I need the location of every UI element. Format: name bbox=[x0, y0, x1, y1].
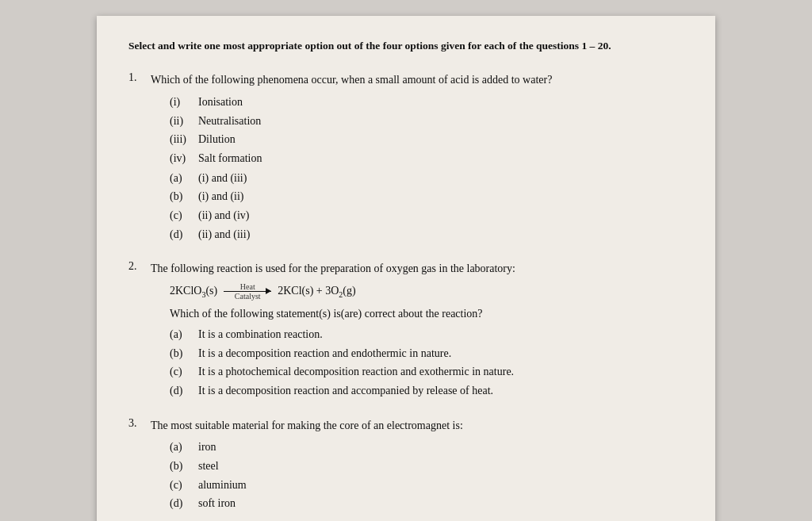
reaction-arrow: Heat Catalyst bbox=[224, 282, 271, 301]
opt-b-label: (b) bbox=[170, 345, 198, 362]
opt-a-text: (i) and (iii) bbox=[198, 170, 247, 187]
q2-sub-question: Which of the following statement(s) is(a… bbox=[170, 305, 684, 323]
opt-a-label: (a) bbox=[170, 170, 198, 187]
list-item: (i) Ionisation bbox=[170, 94, 684, 111]
opt-c-label: (c) bbox=[170, 363, 198, 381]
q2-text: The following reaction is used for the p… bbox=[151, 260, 515, 278]
opt-d-text: It is a decomposition reaction and accom… bbox=[198, 382, 493, 400]
opt-c-text: It is a photochemical decomposition reac… bbox=[198, 363, 514, 381]
instructions-text: Select and write one most appropriate op… bbox=[128, 38, 684, 54]
opt-d-text: soft iron bbox=[198, 495, 236, 512]
opt-d-label: (d) bbox=[170, 382, 198, 400]
q1-sub-options: (i) Ionisation (ii) Neutralisation (iii)… bbox=[170, 94, 684, 167]
list-item: (c) (ii) and (iv) bbox=[170, 207, 684, 224]
opt-d-text: (ii) and (iii) bbox=[198, 226, 250, 243]
question-1-block: 1. Which of the following phenomena occu… bbox=[128, 71, 684, 243]
sub-opt-text: Neutralisation bbox=[198, 113, 261, 130]
opt-a-label: (a) bbox=[170, 439, 198, 456]
question-2-block: 2. The following reaction is used for th… bbox=[128, 260, 684, 399]
opt-b-label: (b) bbox=[170, 188, 198, 205]
list-item: (c) aluminium bbox=[170, 477, 684, 494]
list-item: (iv) Salt formation bbox=[170, 150, 684, 167]
list-item: (ii) Neutralisation bbox=[170, 113, 684, 130]
opt-b-text: It is a decomposition reaction and endot… bbox=[198, 345, 451, 362]
list-item: (c) It is a photochemical decomposition … bbox=[170, 363, 684, 381]
opt-d-label: (d) bbox=[170, 226, 198, 243]
arrow-line bbox=[224, 291, 271, 292]
sub-opt-label: (ii) bbox=[170, 113, 198, 130]
list-item: (b) (i) and (ii) bbox=[170, 188, 684, 205]
q2-options: (a) It is a combination reaction. (b) It… bbox=[170, 326, 684, 400]
q1-number: 1. bbox=[128, 71, 151, 84]
q3-number: 3. bbox=[128, 417, 151, 430]
sub-opt-text: Dilution bbox=[198, 131, 236, 148]
opt-a-text: iron bbox=[198, 439, 216, 456]
reaction-left: 2KClO3(s) bbox=[170, 285, 217, 299]
sub-opt-text: Salt formation bbox=[198, 150, 262, 167]
list-item: (iii) Dilution bbox=[170, 131, 684, 148]
opt-c-text: (ii) and (iv) bbox=[198, 207, 250, 224]
opt-b-label: (b) bbox=[170, 458, 198, 475]
list-item: (a) iron bbox=[170, 439, 684, 456]
opt-a-label: (a) bbox=[170, 326, 198, 343]
q2-reaction: 2KClO3(s) Heat Catalyst 2KCl(s) + 3O2(g) bbox=[170, 282, 684, 301]
q1-options: (a) (i) and (iii) (b) (i) and (ii) (c) (… bbox=[170, 170, 684, 243]
reaction-right: 2KCl(s) + 3O2(g) bbox=[278, 285, 355, 299]
page: Select and write one most appropriate op… bbox=[97, 16, 715, 521]
list-item: (b) steel bbox=[170, 458, 684, 475]
sub-opt-label: (iv) bbox=[170, 150, 198, 167]
list-item: (b) It is a decomposition reaction and e… bbox=[170, 345, 684, 362]
q2-number: 2. bbox=[128, 260, 151, 273]
list-item: (d) It is a decomposition reaction and a… bbox=[170, 382, 684, 400]
opt-b-text: steel bbox=[198, 458, 219, 475]
sub-opt-label: (iii) bbox=[170, 131, 198, 148]
opt-b-text: (i) and (ii) bbox=[198, 188, 244, 205]
list-item: (d) (ii) and (iii) bbox=[170, 226, 684, 243]
opt-d-label: (d) bbox=[170, 495, 198, 512]
list-item: (a) (i) and (iii) bbox=[170, 170, 684, 187]
question-3-block: 3. The most suitable material for making… bbox=[128, 417, 684, 512]
arrow-label-heat: Heat bbox=[240, 282, 255, 291]
opt-c-label: (c) bbox=[170, 477, 198, 494]
arrow-label-catalyst: Catalyst bbox=[235, 292, 261, 301]
q3-text: The most suitable material for making th… bbox=[151, 417, 463, 435]
list-item: (a) It is a combination reaction. bbox=[170, 326, 684, 343]
opt-c-text: aluminium bbox=[198, 477, 247, 494]
opt-c-label: (c) bbox=[170, 207, 198, 224]
list-item: (d) soft iron bbox=[170, 495, 684, 512]
opt-a-text: It is a combination reaction. bbox=[198, 326, 323, 343]
q1-text: Which of the following phenomena occur, … bbox=[151, 71, 552, 89]
q3-options: (a) iron (b) steel (c) aluminium (d) sof… bbox=[170, 439, 684, 512]
sub-opt-label: (i) bbox=[170, 94, 198, 111]
sub-opt-text: Ionisation bbox=[198, 94, 243, 111]
